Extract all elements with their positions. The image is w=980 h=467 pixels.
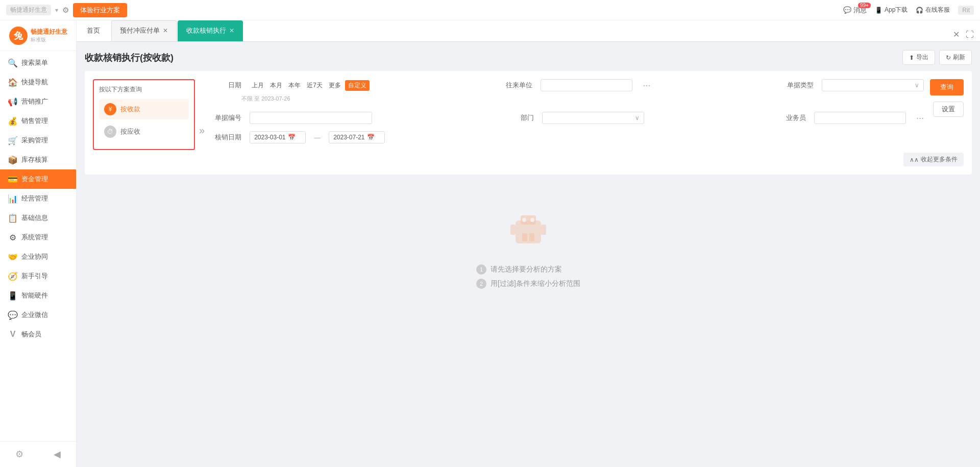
tab-prepay-offset[interactable]: 预付冲应付单 ✕ (111, 20, 177, 41)
sidebar-label-fund: 资金管理 (21, 175, 48, 184)
dept-label: 部门 (503, 113, 534, 122)
svg-rect-4 (522, 233, 527, 241)
empty-state: 1 请先选择要分析的方案 2 用[过滤]条件来缩小分析范围 (85, 175, 972, 319)
empty-hints: 1 请先选择要分析的方案 2 用[过滤]条件来缩小分析范围 (476, 264, 580, 289)
tab-prepay-close-icon[interactable]: ✕ (163, 27, 168, 34)
sidebar-item-fund[interactable]: 💳 资金管理 (0, 169, 76, 189)
sidebar-item-biz-mgmt[interactable]: 📊 经营管理 (0, 189, 76, 208)
page-header: 收款核销执行(按收款) ⬆ 导出 ↻ 刷新 (85, 50, 972, 65)
sidebar-nav: 🔍 搜索菜单 🏠 快捷导航 📢 营销推广 💰 销售管理 🛒 采购管理 📦 (0, 51, 76, 441)
counterpart-label: 往来单位 (502, 81, 532, 90)
date-shortcut-this-month[interactable]: 本月 (268, 80, 284, 91)
app-label: App下载 (885, 6, 908, 14)
filter-option-by-receipt[interactable]: ¥ 按收款 (99, 99, 189, 119)
counterpart-input[interactable] (541, 79, 632, 91)
filter-scheme-title: 按以下方案查询 (99, 85, 189, 94)
sidebar-item-inventory[interactable]: 📦 库存核算 (0, 150, 76, 169)
content-area: 首页 预付冲应付单 ✕ 收款核销执行 ✕ ✕ ⛶ 收款核销执行(按收款) ⬆ (77, 20, 980, 467)
tab-expand-button[interactable]: ⛶ (964, 28, 976, 41)
sidebar-label-quick-nav: 快捷导航 (21, 78, 48, 87)
tab-close-all-button[interactable]: ✕ (951, 28, 962, 41)
refresh-button[interactable]: ↻ 刷新 (939, 50, 972, 65)
empty-hint-2: 2 用[过滤]条件来缩小分析范围 (476, 279, 580, 289)
verify-date-end-input[interactable]: 2023-07-21 📅 (329, 131, 385, 143)
date-shortcut-more[interactable]: 更多 (327, 80, 343, 91)
sidebar-settings-icon[interactable]: ⚙ (12, 446, 27, 463)
sidebar-item-quick-nav[interactable]: 🏠 快捷导航 (0, 72, 76, 92)
counterpart-dots[interactable]: ··· (643, 80, 650, 91)
sidebar-item-enterprise[interactable]: 🤝 企业协同 (0, 247, 76, 266)
empty-state-icon (503, 205, 554, 256)
filter-option-by-receivable[interactable]: ⏱ 按应收 (99, 121, 189, 142)
sidebar-item-vip[interactable]: V 畅会员 (0, 325, 76, 344)
svg-point-3 (530, 218, 534, 222)
verify-date-end-value: 2023-07-21 (333, 134, 364, 141)
sidebar-item-basic-info[interactable]: 📋 基础信息 (0, 208, 76, 228)
sidebar-item-purchase[interactable]: 🛒 采购管理 (0, 131, 76, 150)
sidebar-label-beginner: 新手引导 (21, 272, 48, 281)
sidebar-logo: 兔 畅捷通好生意 标准版 (0, 20, 76, 51)
sidebar-label-inventory: 库存核算 (21, 155, 48, 164)
tab-receipt-close-icon[interactable]: ✕ (229, 27, 234, 34)
query-button[interactable]: 查询 (930, 79, 964, 95)
online-service-button[interactable]: 🎧 在线客服 (916, 6, 950, 14)
empty-hint-1: 1 请先选择要分析的方案 (476, 264, 580, 275)
sidebar-item-beginner[interactable]: 🧭 新手引导 (0, 266, 76, 286)
by-receipt-icon: ¥ (104, 103, 116, 115)
tab-receipt-label: 收款核销执行 (186, 26, 226, 35)
svg-rect-7 (541, 225, 546, 235)
sales-icon: 💰 (8, 116, 17, 126)
date-shortcut-last-7days[interactable]: 近7天 (305, 80, 325, 91)
staff-dots[interactable]: ··· (916, 113, 924, 124)
voucher-num-input[interactable] (250, 112, 372, 124)
marketing-icon: 📢 (8, 97, 17, 106)
sidebar-item-sales[interactable]: 💰 销售管理 (0, 111, 76, 131)
dropdown-arrow-icon[interactable]: ▾ (55, 7, 58, 14)
message-button[interactable]: 💬 消息 99+ (843, 6, 867, 15)
tab-bar: 首页 预付冲应付单 ✕ 收款核销执行 ✕ ✕ ⛶ (77, 20, 980, 42)
sidebar-item-smart-hw[interactable]: 📱 智能硬件 (0, 286, 76, 305)
dept-chevron-icon: ∨ (635, 114, 640, 121)
main-layout: 兔 畅捷通好生意 标准版 🔍 搜索菜单 🏠 快捷导航 📢 营销推广 💰 销售管理 (0, 20, 980, 467)
app-download-button[interactable]: 📱 App下载 (875, 6, 908, 14)
sidebar-label-basic-info: 基础信息 (21, 213, 48, 223)
setting-button[interactable]: 设置 (933, 102, 964, 117)
service-icon: 🎧 (916, 7, 923, 14)
svg-rect-5 (529, 233, 534, 241)
sidebar-label-smart-hw: 智能硬件 (21, 291, 48, 300)
date-separator: — (314, 134, 321, 141)
verify-date-start-input[interactable]: 2023-03-01 📅 (250, 131, 306, 143)
sidebar-item-marketing[interactable]: 📢 营销推广 (0, 92, 76, 111)
edition-label: 标准版 (31, 36, 67, 43)
sidebar-item-search-menu[interactable]: 🔍 搜索菜单 (0, 53, 76, 72)
hint-num-1: 1 (476, 264, 486, 275)
sidebar-collapse-icon[interactable]: ◀ (51, 446, 64, 463)
settings-gear-icon[interactable]: ⚙ (62, 6, 69, 15)
sidebar-item-sys-mgmt[interactable]: ⚙ 系统管理 (0, 228, 76, 247)
tab-receipt-offset[interactable]: 收款核销执行 ✕ (178, 20, 243, 41)
dept-select[interactable]: ∨ (542, 112, 644, 124)
tab-home[interactable]: 首页 (77, 21, 110, 41)
sidebar-bottom: ⚙ ◀ (0, 441, 76, 467)
voucher-type-select[interactable]: ∨ (822, 79, 924, 91)
sidebar-item-wechat-biz[interactable]: 💬 企业微信 (0, 305, 76, 325)
collapse-more-label: 收起更多条件 (921, 155, 958, 164)
date-shortcuts: 上月 本月 本年 近7天 更多 自定义 (250, 80, 370, 91)
collapse-more-button[interactable]: ∧∧ 收起更多条件 (903, 153, 964, 166)
staff-input[interactable] (814, 112, 906, 124)
export-button[interactable]: ⬆ 导出 (902, 50, 935, 65)
logo-text: 畅捷通好生意 标准版 (31, 28, 67, 43)
user-profile[interactable]: Rit (958, 6, 974, 15)
date-shortcut-this-year[interactable]: 本年 (286, 80, 303, 91)
collapse-left-panel-button[interactable]: » (199, 122, 205, 138)
by-receivable-icon: ⏱ (104, 126, 116, 138)
beginner-icon: 🧭 (8, 272, 17, 281)
industry-solution-button[interactable]: 体验行业方案 (73, 3, 127, 17)
tab-prepay-label: 预付冲应付单 (120, 26, 160, 35)
date-shortcut-custom[interactable]: 自定义 (345, 80, 370, 91)
query-buttons: 查询 设置 (930, 79, 964, 117)
by-receivable-label: 按应收 (120, 127, 140, 136)
export-label: 导出 (916, 53, 928, 62)
date-shortcut-last-month[interactable]: 上月 (250, 80, 266, 91)
staff-label: 业务员 (775, 113, 806, 122)
